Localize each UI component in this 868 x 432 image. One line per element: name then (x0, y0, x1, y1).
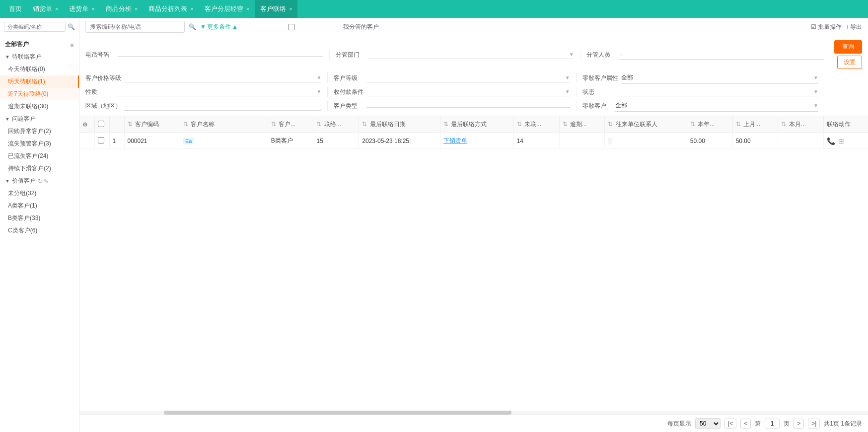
th-last-contact-date[interactable]: ⇅ 最后联络日期 (359, 116, 440, 133)
close-icon[interactable]: × (190, 6, 193, 12)
sidebar-item-declining[interactable]: 持续下滑客户(2) (0, 162, 79, 175)
prev-page-button[interactable]: < (740, 419, 751, 429)
sidebar-item-overdue-pending[interactable]: 逾期未联络(30) (0, 100, 79, 113)
td-type: B类客户 (268, 133, 313, 149)
filter-customer-type-select[interactable] (366, 104, 570, 108)
chevron-up-icon: ▲ (232, 23, 238, 30)
td-checkbox[interactable] (94, 133, 109, 149)
td-last-contact-method[interactable]: 下销货单 (440, 133, 513, 149)
filter-divider (576, 87, 577, 97)
main-search-input[interactable] (85, 21, 185, 33)
sidebar-group-value[interactable]: ▼ 价值客户 ↻ ✎ (0, 175, 79, 187)
scrollbar-thumb[interactable] (164, 411, 511, 415)
first-page-button[interactable]: |< (724, 419, 736, 429)
horizontal-scrollbar[interactable] (79, 411, 868, 415)
close-icon[interactable]: × (91, 6, 94, 12)
close-icon[interactable]: × (289, 6, 292, 12)
th-this-month[interactable]: ⇅ 本月... (778, 116, 824, 133)
refresh-icon[interactable]: ↻ (38, 178, 43, 185)
nav-home[interactable]: 首页 (4, 0, 27, 18)
contact-person-badge (608, 138, 612, 144)
th-last-month[interactable]: ⇅ 上月... (732, 116, 778, 133)
th-overdue[interactable]: ⇅ 逾期... (559, 116, 605, 133)
sidebar-group-pending[interactable]: ▼ 待联络客户 (0, 51, 79, 63)
filter-customer-level-select[interactable]: ▼ (366, 73, 570, 82)
next-page-button[interactable]: > (794, 419, 804, 429)
close-icon[interactable]: × (55, 6, 58, 12)
sidebar-search-input[interactable] (4, 22, 66, 32)
page-size-select[interactable]: 50 100 200 (695, 418, 721, 429)
select-all-checkbox[interactable] (98, 121, 104, 127)
nav-customer-layered[interactable]: 客户分层经营 × (200, 0, 254, 18)
nav-product-analysis-list[interactable]: 商品分析列表 × (144, 0, 198, 18)
sidebar-item-lost[interactable]: 已流失客户(24) (0, 150, 79, 162)
filter-divider (580, 50, 580, 60)
filter-payment-select[interactable]: ▼ (366, 87, 570, 96)
search-icon[interactable]: 🔍 (68, 23, 75, 30)
table-header-row: ⚙ ⇅ 客户编码 ⇅ 客户名称 (79, 116, 868, 133)
filter-retail-customer-label: 零散客户 (582, 102, 612, 110)
last-page-button[interactable]: >| (808, 419, 820, 429)
filter-retail-customer-select[interactable]: 全部 ▼ (615, 100, 818, 112)
last-contact-method-link[interactable]: 下销货单 (443, 137, 467, 144)
filter-person-select[interactable]: ··· (619, 50, 824, 60)
filter-retail-attr-select[interactable]: 全部 ▼ (621, 72, 818, 84)
set-button[interactable]: 设置 (837, 56, 862, 69)
nav-sales-order[interactable]: 销货单 × (28, 0, 63, 18)
filter-nature-select[interactable]: ▼ (118, 87, 321, 96)
th-no-contact[interactable]: ⇅ 未联... (513, 116, 559, 133)
sidebar-item-loss-warning[interactable]: 流失预警客户(3) (0, 138, 79, 150)
page-size-label: 每页显示 (667, 420, 691, 428)
filter-price-level-select[interactable]: ▼ (124, 73, 321, 82)
collapse-icon[interactable]: « (70, 41, 74, 49)
sidebar-item-7days-pending[interactable]: 近7天待联络(0) (0, 88, 79, 100)
sidebar-item-class-a[interactable]: A类客户(1) (0, 200, 79, 212)
phone-action-icon[interactable]: 📞 (827, 137, 835, 145)
filter-dept-select[interactable]: ▼ (368, 50, 574, 59)
th-checkbox[interactable] (94, 116, 109, 133)
filter-dept: 分管部门 ▼ (336, 50, 574, 59)
sidebar-item-today-pending[interactable]: 今天待联络(0) (0, 63, 79, 75)
sidebar-item-tomorrow-pending[interactable]: 明天待联络(1) (0, 75, 79, 88)
th-contact[interactable]: ⇅ 联络... (313, 116, 359, 133)
query-button[interactable]: 查询 (834, 40, 862, 54)
row-checkbox[interactable] (98, 137, 104, 144)
sidebar-item-ungrouped[interactable]: 未分组(32) (0, 187, 79, 200)
sidebar-item-repurchase-abnormal[interactable]: 回购异常客户(2) (0, 125, 79, 138)
th-last-contact-method[interactable]: ⇅ 最后联络方式 (440, 116, 513, 133)
sort-icon: ⇅ (183, 121, 188, 128)
gear-icon[interactable]: ⚙ (82, 121, 88, 128)
th-type[interactable]: ⇅ 客户... (268, 116, 313, 133)
filter-phone-input[interactable] (118, 53, 323, 57)
sidebar-item-class-c[interactable]: C类客户(6) (0, 224, 79, 237)
my-customers-checkbox[interactable] (242, 24, 341, 30)
th-contact-person[interactable]: ⇅ 往来单位联系人 (605, 116, 687, 133)
page-number-input[interactable] (765, 419, 780, 429)
th-code[interactable]: ⇅ 客户编码 (124, 116, 180, 133)
th-gear[interactable]: ⚙ (79, 116, 94, 133)
close-icon[interactable]: × (135, 6, 138, 12)
th-this-year[interactable]: ⇅ 本年... (687, 116, 732, 133)
batch-operation-button[interactable]: ☑ 批量操作 (811, 23, 842, 31)
filter-button[interactable]: ▼ 更多条件 ▲ (200, 23, 238, 31)
export-button[interactable]: ↑ 导出 (846, 23, 862, 31)
th-name[interactable]: ⇅ 客户名称 (180, 116, 268, 133)
table-area: ⚙ ⇅ 客户编码 ⇅ 客户名称 (79, 116, 868, 411)
edit-icon[interactable]: ✎ (44, 178, 49, 185)
sidebar-group-problem[interactable]: ▼ 问题客户 (0, 113, 79, 125)
filter-region-select[interactable]: ··· (124, 101, 321, 111)
grid-action-icon[interactable]: ⊞ (838, 137, 844, 145)
all-customers-header[interactable]: 全部客户 « (0, 36, 79, 51)
search-button[interactable]: 🔍 (189, 23, 196, 30)
close-icon[interactable]: × (246, 6, 249, 12)
my-customers-checkbox-label[interactable]: 我分管的客户 (242, 23, 379, 31)
nav-customer-contact[interactable]: 客户联络 × (255, 0, 297, 18)
filter-customer-level: 客户等级 ▼ (334, 73, 570, 82)
sort-icon: ⇅ (608, 121, 613, 128)
filter-status-select[interactable]: ▼ (615, 87, 818, 96)
nav-product-analysis[interactable]: 商品分析 × (101, 0, 143, 18)
nav-purchase-order[interactable]: 进货单 × (64, 0, 99, 18)
sidebar-item-class-b[interactable]: B类客户(33) (0, 212, 79, 224)
sort-icon: ⇅ (362, 121, 367, 128)
customer-table: ⚙ ⇅ 客户编码 ⇅ 客户名称 (79, 116, 868, 149)
